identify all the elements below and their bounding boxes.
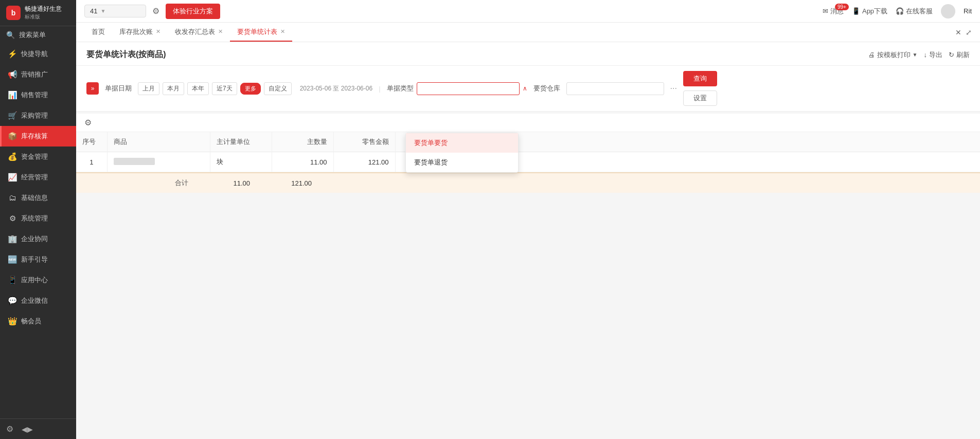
online-service-btn[interactable]: 🎧 在线客服	[896, 7, 933, 16]
search-menu[interactable]: 🔍 搜索菜单	[0, 26, 76, 44]
sidebar-item-sales[interactable]: 📊 销售管理	[0, 85, 76, 105]
option-label: 要货单要货	[414, 139, 448, 147]
guide-icon: 🆕	[8, 255, 17, 264]
message-badge: 99+	[835, 4, 849, 10]
vip-icon: 👑	[8, 317, 17, 326]
7days-btn[interactable]: 近7天	[212, 82, 237, 95]
tab-close-all-icon[interactable]: ✕	[955, 28, 961, 36]
tab-expand-icon[interactable]: ⤢	[966, 28, 972, 36]
filter-expand-btn[interactable]: »	[86, 82, 99, 95]
header-right: ✉ 消息 99+ 📱 App下载 🎧 在线客服 Rit	[823, 4, 972, 19]
warehouse-input[interactable]	[566, 82, 664, 95]
sidebar-item-enterprise[interactable]: 🏢 企业协同	[0, 229, 76, 249]
sidebar-item-base[interactable]: 🗂 基础信息	[0, 188, 76, 208]
date-label: 单据日期	[105, 84, 132, 93]
print-icon: 🖨	[868, 51, 875, 59]
sidebar-item-finance[interactable]: 💰 资金管理	[0, 147, 76, 167]
export-btn[interactable]: ↓ 导出	[924, 50, 943, 60]
refresh-btn[interactable]: ↻ 刷新	[949, 50, 970, 60]
warehouse-label: 要货仓库	[533, 84, 560, 93]
tab-receipt-close[interactable]: ✕	[218, 28, 223, 35]
service-label: 在线客服	[906, 7, 933, 16]
tab-batch-close[interactable]: ✕	[156, 28, 161, 35]
print-label: 按模板打印	[877, 50, 911, 60]
more-filter-icon[interactable]: ···	[670, 84, 677, 93]
tab-receipt-summary[interactable]: 收发存汇总表 ✕	[168, 23, 230, 42]
footer-label: 合计	[82, 178, 194, 188]
quick-nav-icon: ⚡	[8, 49, 17, 59]
sidebar-item-label: 经营管理	[21, 173, 48, 182]
option-label: 要货单退货	[414, 158, 448, 166]
type-input[interactable]	[417, 82, 520, 95]
sidebar-item-wechat[interactable]: 💬 企业微信	[0, 290, 76, 311]
sidebar-item-operation[interactable]: 📈 经营管理	[0, 167, 76, 188]
sidebar-item-inventory[interactable]: 📦 库存核算	[0, 126, 76, 147]
user-name: Rit	[964, 7, 972, 15]
query-btn[interactable]: 查询	[683, 71, 717, 86]
tab-order-close[interactable]: ✕	[280, 28, 285, 35]
sidebar-item-label: 营销推广	[21, 70, 48, 79]
operation-icon: 📈	[8, 173, 17, 182]
tab-batch-label: 库存批次账	[119, 27, 153, 36]
system-icon: ⚙	[8, 214, 17, 223]
sidebar-item-system[interactable]: ⚙ 系统管理	[0, 208, 76, 229]
tab-home-label: 首页	[92, 27, 105, 36]
table-footer: 合计 11.00 121.00	[76, 172, 980, 193]
app-download-btn[interactable]: 📱 App下载	[852, 7, 887, 16]
dropdown-arrow-icon[interactable]: ∧	[523, 85, 527, 92]
trial-btn[interactable]: 体验行业方案	[166, 4, 220, 19]
sidebar-item-marketing[interactable]: 📢 营销推广	[0, 64, 76, 85]
message-icon: ✉	[823, 7, 828, 15]
sidebar-item-label: 应用中心	[21, 276, 48, 285]
sidebar-collapse-icon[interactable]: ◀▶	[22, 425, 33, 433]
sidebar-item-label: 畅会员	[21, 317, 41, 326]
header-settings-icon[interactable]: ⚙	[152, 6, 159, 16]
user-avatar[interactable]	[941, 4, 955, 19]
col-qty: 主数量	[272, 132, 333, 152]
app-version: 标准版	[25, 13, 62, 21]
print-btn[interactable]: 🖨 按模板打印 ▼	[868, 50, 918, 60]
message-btn[interactable]: ✉ 消息 99+	[823, 7, 844, 16]
this-year-btn[interactable]: 本年	[187, 82, 209, 95]
footer-amount: 121.00	[256, 179, 318, 187]
top-header: 41 ▼ ⚙ 体验行业方案 ✉ 消息 99+ 📱 App下载 🎧 在线客服 Ri…	[76, 0, 980, 23]
tab-batch[interactable]: 库存批次账 ✕	[112, 23, 168, 42]
cell-product	[107, 152, 210, 172]
date-shortcuts: 上月 本月 本年 近7天 更多 自定义	[138, 82, 292, 95]
bottom-settings-icon[interactable]: ⚙	[6, 424, 13, 434]
prev-month-btn[interactable]: 上月	[138, 82, 159, 95]
custom-btn[interactable]: 自定义	[264, 82, 292, 95]
service-icon: 🎧	[896, 7, 904, 15]
type-filter-group: 单据类型 ∧	[387, 82, 527, 95]
more-btn[interactable]: 更多	[240, 83, 261, 95]
type-label: 单据类型	[387, 84, 414, 93]
filter-bar: » 单据日期 上月 本月 本年 近7天 更多 自定义 2023-05-06 至 …	[76, 66, 980, 112]
main-area: 41 ▼ ⚙ 体验行业方案 ✉ 消息 99+ 📱 App下载 🎧 在线客服 Ri…	[76, 0, 980, 439]
sidebar-item-purchase[interactable]: 🛒 采购管理	[0, 105, 76, 126]
sidebar: b 畅捷通好生意 标准版 🔍 搜索菜单 ⚡ 快捷导航 📢 营销推广 📊 销售管理…	[0, 0, 76, 439]
sidebar-item-label: 企业协同	[21, 234, 48, 244]
dropdown-option-order-return[interactable]: 要货单退货	[406, 153, 518, 172]
tab-home[interactable]: 首页	[84, 23, 112, 42]
col-seq: 序号	[76, 132, 107, 152]
cell-qty: 11.00	[272, 152, 333, 172]
tab-order-summary[interactable]: 要货单统计表 ✕	[230, 23, 292, 42]
this-month-btn[interactable]: 本月	[163, 82, 184, 95]
sidebar-item-quick-nav[interactable]: ⚡ 快捷导航	[0, 44, 76, 64]
refresh-label: 刷新	[956, 50, 970, 60]
sidebar-item-app-center[interactable]: 📱 应用中心	[0, 270, 76, 290]
print-expand-icon: ▼	[913, 52, 918, 58]
base-icon: 🗂	[8, 193, 17, 202]
company-selector[interactable]: 41 ▼	[84, 5, 146, 17]
sidebar-item-vip[interactable]: 👑 畅会员	[0, 311, 76, 332]
search-menu-label: 搜索菜单	[19, 30, 46, 40]
set-btn[interactable]: 设置	[683, 90, 717, 106]
table-header-row: 序号 商品 主计量单位 主数量 零售金额	[76, 132, 980, 152]
purchase-icon: 🛒	[8, 111, 17, 120]
dropdown-option-order-goods[interactable]: 要货单要货	[406, 133, 518, 153]
sidebar-item-guide[interactable]: 🆕 新手引导	[0, 249, 76, 270]
table-toolbar: ⚙	[76, 114, 980, 132]
column-settings-icon[interactable]: ⚙	[84, 118, 92, 127]
filter-buttons: 查询 设置	[683, 71, 717, 106]
filter-separator: |	[379, 85, 380, 93]
